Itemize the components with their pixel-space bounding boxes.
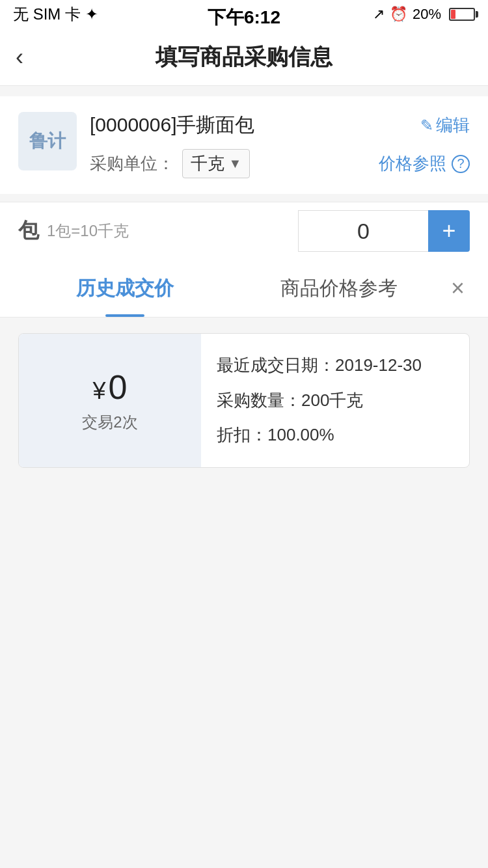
battery-percent: 20% <box>413 6 441 23</box>
detail-qty: 采购数量：200千克 <box>217 387 454 414</box>
alarm-icon: ⏰ <box>390 6 407 23</box>
tab-history-price[interactable]: 历史成交价 <box>18 260 232 317</box>
unit-row-left: 采购单位： 千克 ▼ <box>90 149 250 178</box>
qty-value: 200千克 <box>301 390 363 410</box>
detail-date: 最近成交日期：2019-12-30 <box>217 352 454 379</box>
unit-label: 采购单位： <box>90 154 174 173</box>
logo-text: 鲁计 <box>29 129 66 154</box>
tab-product-price-ref[interactable]: 商品价格参考 <box>232 260 445 317</box>
tab-history-label: 历史成交价 <box>76 275 174 302</box>
unit-equiv: 1包=10千克 <box>47 221 129 241</box>
discount-value: 100.00% <box>267 425 334 444</box>
status-time: 下午6:12 <box>208 5 280 30</box>
unit-box-icon: 包 <box>18 217 39 245</box>
battery-icon <box>449 8 475 21</box>
price-left: ¥0 交易2次 <box>19 334 201 467</box>
quantity-section: 包 1包=10千克 + <box>0 202 488 260</box>
product-name: [0000006]手撕面包 <box>90 112 254 139</box>
quantity-control: + <box>298 210 470 252</box>
edit-icon: ✎ <box>420 116 433 135</box>
page-title: 填写商品采购信息 <box>156 42 332 72</box>
product-section: 鲁计 [0000006]手撕面包 ✎ 编辑 采购单位： 千克 ▼ <box>0 96 488 194</box>
price-card-container: ¥0 交易2次 最近成交日期：2019-12-30 采购数量：200千克 折扣：… <box>0 318 488 483</box>
discount-label: 折扣： <box>217 425 267 444</box>
price-card: ¥0 交易2次 最近成交日期：2019-12-30 采购数量：200千克 折扣：… <box>18 333 470 468</box>
back-button[interactable]: ‹ <box>16 44 23 71</box>
tab-active-indicator <box>105 314 144 317</box>
tab-product-label: 商品价格参考 <box>280 275 398 302</box>
product-title-row: [0000006]手撕面包 ✎ 编辑 <box>90 112 470 139</box>
date-value: 2019-12-30 <box>335 355 422 375</box>
unit-dropdown-arrow: ▼ <box>228 156 241 171</box>
price-ref-button[interactable]: 价格参照 ? <box>379 152 470 175</box>
status-left: 无 SIM 卡 ✦ <box>13 4 98 25</box>
unit-value: 千克 <box>191 152 224 175</box>
price-ref-label: 价格参照 <box>379 152 446 175</box>
price-value: 0 <box>109 368 128 406</box>
bottom-area <box>0 483 488 868</box>
quantity-plus-button[interactable]: + <box>428 210 470 252</box>
location-icon: ↗ <box>373 6 385 23</box>
quantity-unit: 包 1包=10千克 <box>18 217 129 245</box>
detail-discount: 折扣：100.00% <box>217 422 454 449</box>
help-icon: ? <box>452 155 470 173</box>
currency-symbol: ¥ <box>93 377 106 404</box>
product-header: 鲁计 [0000006]手撕面包 ✎ 编辑 采购单位： 千克 ▼ <box>18 112 470 178</box>
tabs-close-button[interactable]: × <box>446 275 470 302</box>
no-sim-text: 无 SIM 卡 ✦ <box>13 4 98 25</box>
date-label: 最近成交日期： <box>217 355 335 375</box>
qty-label: 采购数量： <box>217 390 301 410</box>
product-info: [0000006]手撕面包 ✎ 编辑 采购单位： 千克 ▼ 价格参照 ? <box>90 112 470 178</box>
price-amount: ¥0 <box>93 368 128 407</box>
quantity-row: 包 1包=10千克 + <box>18 202 470 260</box>
tabs-header: 历史成交价 商品价格参考 × <box>0 260 488 318</box>
quantity-input[interactable] <box>298 210 428 252</box>
status-right: ↗ ⏰ 20% <box>373 6 475 23</box>
tabs-section: 历史成交价 商品价格参考 × ¥0 交易2次 最近成交日期：2019-12-30… <box>0 260 488 483</box>
product-unit-row: 采购单位： 千克 ▼ 价格参照 ? <box>90 149 470 178</box>
product-logo: 鲁计 <box>18 112 77 170</box>
unit-select[interactable]: 千克 ▼ <box>182 149 250 178</box>
battery-fill <box>451 10 455 19</box>
price-right: 最近成交日期：2019-12-30 采购数量：200千克 折扣：100.00% <box>201 334 469 467</box>
price-transactions: 交易2次 <box>82 412 137 433</box>
nav-bar: ‹ 填写商品采购信息 <box>0 29 488 86</box>
edit-button[interactable]: ✎ 编辑 <box>420 114 470 137</box>
status-bar: 无 SIM 卡 ✦ 下午6:12 ↗ ⏰ 20% <box>0 0 488 29</box>
edit-label: 编辑 <box>436 114 470 137</box>
